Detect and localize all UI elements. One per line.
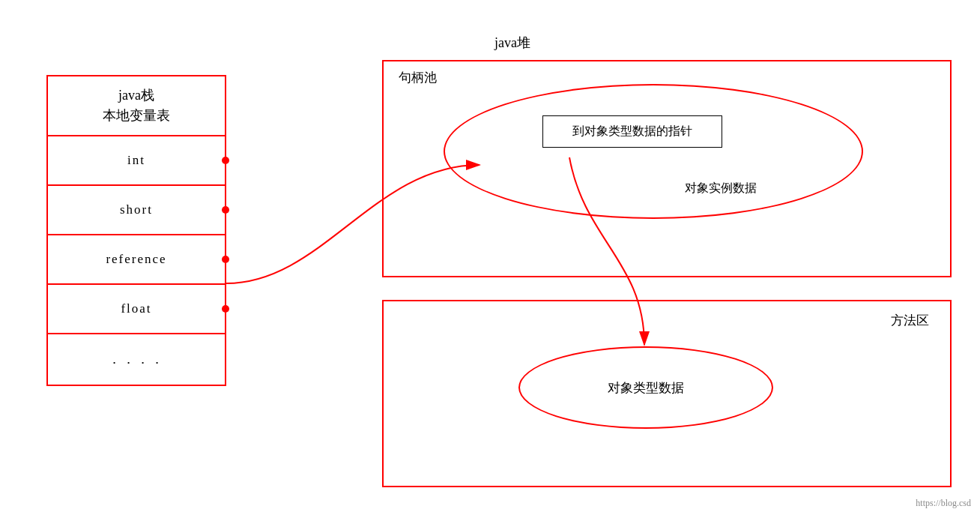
watermark: https://blog.csd [916,498,971,509]
stack-cell-int: int [48,136,225,186]
method-oval: 对象类型数据 [518,346,773,429]
stack-header: java栈 本地变量表 [48,76,225,136]
stack-cell-reference: reference [48,235,225,285]
stack-cell-float: float [48,285,225,334]
stack-cell-short: short [48,186,225,235]
instance-data-label: 对象实例数据 [685,181,757,196]
stack-title-line1: java栈 [118,88,154,103]
diagram-container: java栈 本地变量表 int short reference float ．．… [0,0,980,518]
handle-oval: 到对象类型数据的指针 对象实例数据 [444,84,863,219]
handle-box: 到对象类型数据的指针 [542,115,722,148]
stack-title-line2: 本地变量表 [103,108,170,123]
java-heap-label: java堆 [494,34,530,52]
method-area: 方法区 对象类型数据 [382,300,952,487]
java-heap: 句柄池 到对象类型数据的指针 对象实例数据 [382,60,952,277]
handle-pool-label: 句柄池 [399,69,437,86]
method-area-label: 方法区 [891,312,929,329]
stack-cell-dots: ．．．． [48,334,225,385]
java-stack: java栈 本地变量表 int short reference float ．．… [46,75,226,386]
